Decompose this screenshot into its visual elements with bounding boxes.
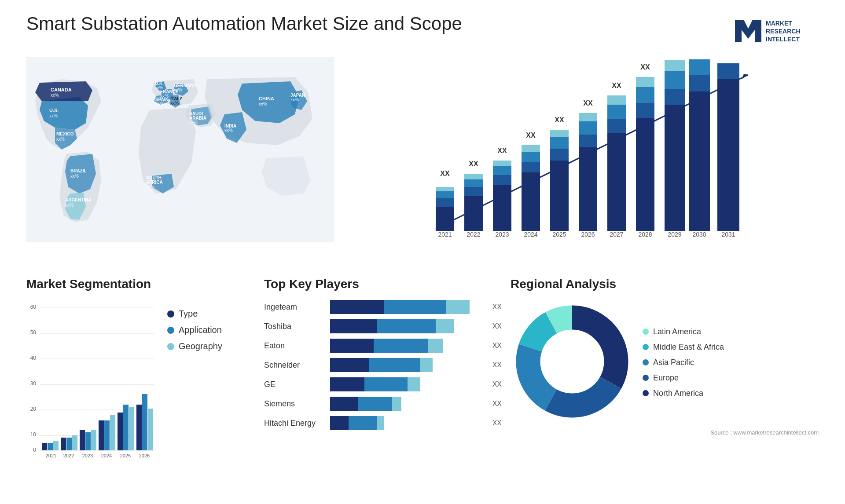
segmentation-container: Market Segmentation 60 50 40 30 20 10 0 <box>26 277 255 504</box>
svg-text:XX: XX <box>497 147 507 154</box>
svg-text:2029: 2029 <box>668 231 681 238</box>
player-row-hitachi: Hitachi Energy XX <box>264 416 502 430</box>
geography-label: Geography <box>179 341 222 351</box>
map-container: CANADA xx% U.S. xx% MEXICO xx% BRAZIL xx… <box>26 57 334 259</box>
application-dot <box>167 327 174 334</box>
svg-text:50: 50 <box>30 329 37 336</box>
svg-rect-58 <box>522 162 540 172</box>
svg-rect-128 <box>99 420 104 450</box>
player-name-eaton: Eaton <box>264 341 326 351</box>
player-row-ingeteam: Ingeteam XX <box>264 300 502 314</box>
player-name-toshiba: Toshiba <box>264 322 326 331</box>
player-row-ge: GE XX <box>264 377 502 391</box>
svg-rect-137 <box>142 394 147 450</box>
svg-rect-129 <box>104 420 110 450</box>
company-logo: MARKET RESEARCH INTELLECT <box>731 13 819 48</box>
svg-text:XX: XX <box>723 57 734 58</box>
svg-text:xx%: xx% <box>224 128 233 133</box>
svg-text:2023: 2023 <box>82 453 93 458</box>
regional-container: Regional Analysis <box>511 277 819 504</box>
svg-rect-47 <box>464 179 483 187</box>
svg-rect-78 <box>607 95 626 105</box>
bar-eaton <box>330 339 485 353</box>
seg-bar-chart: 60 50 40 30 20 10 0 <box>26 300 158 467</box>
svg-text:CANADA: CANADA <box>51 87 72 92</box>
svg-rect-87 <box>665 105 685 231</box>
player-row-eaton: Eaton XX <box>264 339 502 353</box>
svg-text:XX: XX <box>440 170 450 177</box>
svg-text:2031: 2031 <box>721 231 735 238</box>
svg-rect-64 <box>550 149 569 161</box>
svg-text:2023: 2023 <box>495 231 509 238</box>
svg-text:2028: 2028 <box>638 231 652 238</box>
north-america-label: North America <box>653 389 703 398</box>
svg-text:30: 30 <box>30 380 37 387</box>
svg-text:xx%: xx% <box>155 102 164 106</box>
svg-rect-39 <box>436 207 454 231</box>
legend-middle-east: Middle East & Africa <box>643 343 724 352</box>
svg-text:xx%: xx% <box>65 203 73 208</box>
top-section: CANADA xx% U.S. xx% MEXICO xx% BRAZIL xx… <box>26 57 819 259</box>
svg-text:2021: 2021 <box>438 231 452 238</box>
player-name-schneider: Schneider <box>264 361 326 370</box>
svg-rect-82 <box>636 103 654 118</box>
svg-rect-51 <box>493 185 511 231</box>
type-label: Type <box>179 309 198 319</box>
bottom-section: Market Segmentation 60 50 40 30 20 10 0 <box>26 277 819 504</box>
svg-text:xx%: xx% <box>49 113 58 118</box>
legend-north-america: North America <box>643 389 724 398</box>
players-container: Top Key Players Ingeteam XX <box>264 277 502 504</box>
europe-label: Europe <box>653 373 679 383</box>
segmentation-legend: Type Application Geography <box>167 300 222 351</box>
player-xx-schneider: XX <box>492 361 502 369</box>
svg-rect-45 <box>464 196 483 231</box>
bar-siemens <box>330 397 485 411</box>
svg-rect-95 <box>689 59 710 75</box>
svg-rect-118 <box>53 441 59 450</box>
svg-text:XX: XX <box>612 82 621 89</box>
svg-text:2021: 2021 <box>46 453 56 458</box>
svg-rect-42 <box>436 187 454 191</box>
svg-rect-41 <box>436 191 454 198</box>
svg-rect-60 <box>522 145 540 152</box>
latin-america-dot <box>643 329 649 335</box>
svg-text:XX: XX <box>469 160 478 168</box>
legend-type: Type <box>167 309 222 319</box>
svg-rect-99 <box>717 63 739 79</box>
svg-rect-71 <box>579 121 597 135</box>
svg-text:xx%: xx% <box>56 137 65 142</box>
svg-text:2026: 2026 <box>139 453 150 458</box>
svg-text:xx%: xx% <box>146 184 154 189</box>
svg-text:ARGENTINA: ARGENTINA <box>65 197 91 202</box>
svg-text:xx%: xx% <box>170 101 179 106</box>
page-title: Smart Substation Automation Market Size … <box>26 13 462 34</box>
asia-pacific-label: Asia Pacific <box>653 358 694 367</box>
world-map: CANADA xx% U.S. xx% MEXICO xx% BRAZIL xx… <box>26 57 334 242</box>
bar-ge <box>330 377 485 391</box>
regional-legend: Latin America Middle East & Africa Asia … <box>643 327 724 398</box>
svg-rect-83 <box>636 87 654 103</box>
svg-rect-136 <box>136 405 142 450</box>
svg-rect-133 <box>123 405 129 450</box>
svg-text:RESEARCH: RESEARCH <box>766 28 801 35</box>
svg-rect-40 <box>436 198 454 207</box>
bar-schneider <box>330 358 485 372</box>
svg-rect-94 <box>689 75 710 91</box>
svg-rect-54 <box>493 161 511 166</box>
svg-rect-48 <box>464 174 483 179</box>
growth-chart: XX 2021 XX 2022 XX 2023 <box>352 57 819 259</box>
svg-rect-121 <box>66 438 72 450</box>
svg-text:BRAZIL: BRAZIL <box>70 168 87 173</box>
type-dot <box>167 310 174 318</box>
latin-america-label: Latin America <box>653 327 701 336</box>
regional-content: Latin America Middle East & Africa Asia … <box>511 300 819 425</box>
svg-text:2025: 2025 <box>120 453 131 458</box>
svg-rect-134 <box>129 407 134 450</box>
svg-marker-38 <box>742 74 748 79</box>
legend-asia-pacific: Asia Pacific <box>643 358 724 367</box>
players-title: Top Key Players <box>264 277 502 291</box>
svg-text:xx%: xx% <box>290 97 299 102</box>
header: Smart Substation Automation Market Size … <box>26 13 819 48</box>
svg-text:xx%: xx% <box>70 174 79 179</box>
svg-rect-52 <box>493 175 511 185</box>
